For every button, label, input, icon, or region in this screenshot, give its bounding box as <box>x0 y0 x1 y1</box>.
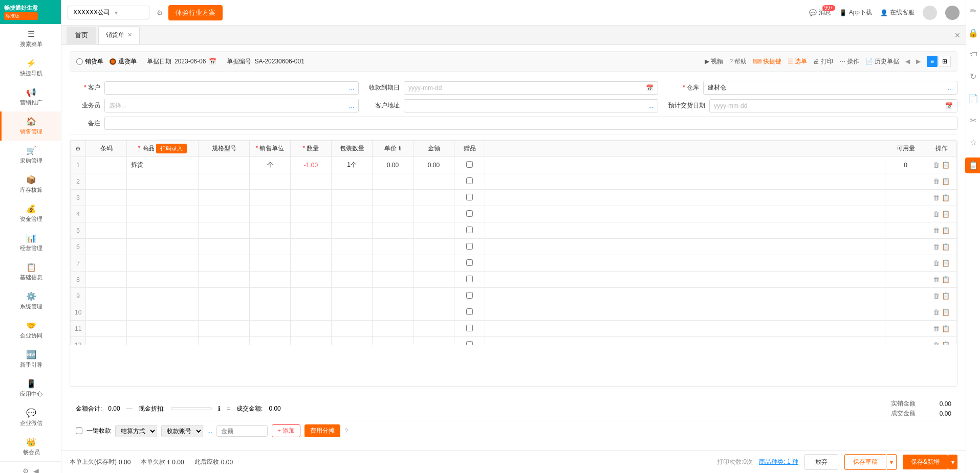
sidebar-item-inventory[interactable]: 📦 库存核算 <box>0 170 61 199</box>
add-payment-button[interactable]: + 添加 <box>272 424 300 437</box>
due-date-input[interactable]: yyyy-mm-dd 📅 <box>404 81 658 95</box>
row-price[interactable] <box>373 337 413 345</box>
row-spec[interactable] <box>199 206 250 222</box>
sidebar-item-system[interactable]: ⚙️ 系统管理 <box>0 286 61 316</box>
online-service-button[interactable]: 👤 在线客服 <box>880 8 914 17</box>
row-product[interactable] <box>127 206 199 222</box>
row-qty[interactable] <box>291 173 332 190</box>
save-new-arrow[interactable]: ▾ <box>948 455 957 469</box>
row-pkg-qty[interactable]: 1个 <box>332 157 373 173</box>
row-spec[interactable] <box>199 321 250 337</box>
row-pkg-qty[interactable] <box>332 304 373 321</box>
row-price[interactable] <box>373 272 413 288</box>
toolbar-select[interactable]: ☰ 选单 <box>788 57 807 66</box>
row-unit[interactable] <box>250 272 291 288</box>
row-pkg-qty[interactable] <box>332 222 373 239</box>
row-price[interactable] <box>373 173 413 190</box>
row-gift[interactable] <box>454 288 485 304</box>
right-panel-refresh-icon[interactable]: ↻ <box>968 70 978 83</box>
salesperson-input[interactable]: 选择... ... <box>104 99 359 112</box>
gift-checkbox[interactable] <box>466 325 473 331</box>
row-product[interactable] <box>127 255 199 272</box>
discard-button[interactable]: 放弃 <box>804 454 838 470</box>
delete-icon[interactable]: 🗑 <box>933 161 940 169</box>
row-amount[interactable]: 0.00 <box>413 157 454 173</box>
save-new-button[interactable]: 保存&新增 <box>903 455 948 469</box>
row-qty[interactable] <box>291 272 332 288</box>
delete-icon[interactable]: 🗑 <box>933 210 940 218</box>
row-product[interactable] <box>127 337 199 345</box>
copy-icon[interactable]: 📋 <box>942 292 950 300</box>
row-qty[interactable]: -1.00 <box>291 157 332 173</box>
row-price[interactable] <box>373 255 413 272</box>
help-icon[interactable]: ? <box>344 427 348 435</box>
sidebar-item-basic[interactable]: 📋 基础信息 <box>0 257 61 286</box>
row-spec[interactable] <box>199 272 250 288</box>
row-unit[interactable] <box>250 222 291 239</box>
row-amount[interactable] <box>413 173 454 190</box>
row-spec[interactable] <box>199 304 250 321</box>
row-gift[interactable] <box>454 337 485 345</box>
row-pkg-qty[interactable] <box>332 255 373 272</box>
row-amount[interactable] <box>413 222 454 239</box>
row-gift[interactable] <box>454 206 485 222</box>
row-barcode[interactable] <box>86 321 127 337</box>
row-price[interactable] <box>373 190 413 206</box>
row-product[interactable] <box>127 272 199 288</box>
copy-icon[interactable]: 📋 <box>942 194 950 201</box>
row-amount[interactable] <box>413 206 454 222</box>
sidebar-item-finance[interactable]: 💰 资金管理 <box>0 199 61 228</box>
topbar-gear-icon[interactable]: ⚙ <box>157 9 163 17</box>
trial-button[interactable]: 体验行业方案 <box>168 5 223 20</box>
radio-sales[interactable]: 销货单 <box>76 57 103 66</box>
row-spec[interactable] <box>199 239 250 255</box>
toolbar-video[interactable]: ▶ 视频 <box>705 57 723 66</box>
sidebar-item-search[interactable]: ☰ 搜索菜单 <box>0 24 61 53</box>
company-selector[interactable]: XXXXXX公司 ▾ <box>68 6 149 19</box>
sidebar-item-enterprise[interactable]: 🤝 企业协同 <box>0 316 61 345</box>
right-panel-scissors-icon[interactable]: ✂ <box>968 114 978 127</box>
row-price[interactable] <box>373 321 413 337</box>
row-amount[interactable] <box>413 190 454 206</box>
row-qty[interactable] <box>291 321 332 337</box>
row-pkg-qty[interactable] <box>332 288 373 304</box>
copy-icon[interactable]: 📋 <box>942 325 950 332</box>
gift-checkbox[interactable] <box>466 227 473 233</box>
row-unit[interactable] <box>250 337 291 345</box>
toolbar-history[interactable]: 📄 历史单据 <box>865 57 899 66</box>
delete-icon[interactable]: 🗑 <box>933 243 940 251</box>
row-product[interactable] <box>127 190 199 206</box>
row-price[interactable] <box>373 222 413 239</box>
copy-icon[interactable]: 📋 <box>942 341 950 345</box>
sidebar-settings-icon[interactable]: ⚙ <box>23 467 29 473</box>
row-qty[interactable] <box>291 190 332 206</box>
copy-icon[interactable]: 📋 <box>942 227 950 234</box>
gift-checkbox[interactable] <box>466 177 473 184</box>
row-gift[interactable] <box>454 304 485 321</box>
row-pkg-qty[interactable] <box>332 321 373 337</box>
sidebar-collapse-icon[interactable]: ◀ <box>33 467 39 473</box>
gift-checkbox[interactable] <box>466 276 473 282</box>
copy-icon[interactable]: 📋 <box>942 243 950 251</box>
row-price[interactable] <box>373 304 413 321</box>
gift-checkbox[interactable] <box>466 259 473 266</box>
sidebar-item-purchase[interactable]: 🛒 采购管理 <box>0 141 61 170</box>
address-input[interactable]: ... <box>404 99 658 112</box>
one-click-payment-checkbox[interactable] <box>76 427 82 434</box>
row-qty[interactable] <box>291 255 332 272</box>
toolbar-help[interactable]: ? 帮助 <box>729 57 747 66</box>
view-list-btn[interactable]: ≡ <box>927 56 938 67</box>
note-input[interactable] <box>104 117 957 130</box>
row-gift[interactable] <box>454 157 485 173</box>
copy-icon[interactable]: 📋 <box>942 210 950 218</box>
radio-sales-input[interactable] <box>76 58 83 65</box>
toolbar-operate[interactable]: ⋯ 操作 <box>839 57 859 66</box>
delete-icon[interactable]: 🗑 <box>933 276 940 283</box>
right-panel-tag-icon[interactable]: 🏷 <box>967 48 979 61</box>
row-spec[interactable] <box>199 222 250 239</box>
copy-icon[interactable]: 📋 <box>942 276 950 283</box>
settlement-account-select[interactable]: 收款账号 <box>161 425 203 437</box>
settlement-method-select[interactable]: 结算方式 <box>115 425 157 437</box>
row-qty[interactable] <box>291 304 332 321</box>
delete-icon[interactable]: 🗑 <box>933 325 940 332</box>
